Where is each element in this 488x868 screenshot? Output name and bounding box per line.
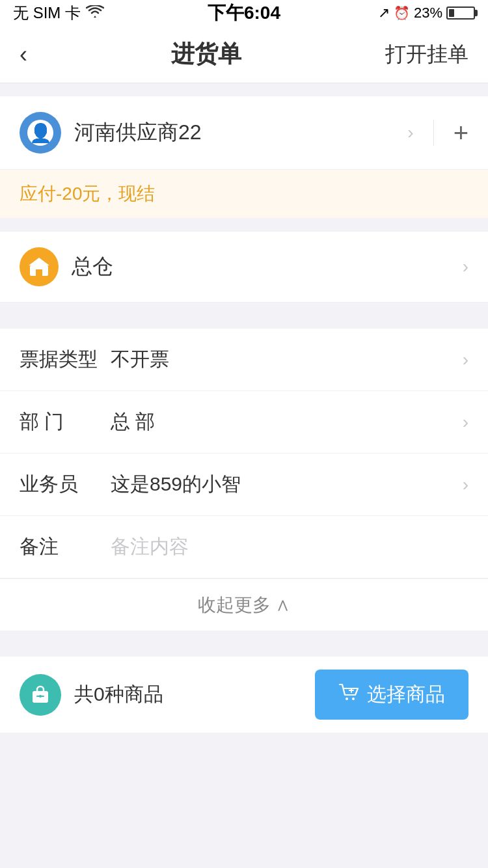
battery-pct: 23% (414, 5, 442, 21)
product-count-text: 共0种商品 (74, 681, 315, 708)
warehouse-icon (20, 247, 59, 286)
salesman-row[interactable]: 业务员 这是859的小智 › (0, 454, 488, 516)
svg-point-6 (352, 698, 355, 700)
status-bar: 无 SIM 卡 下午6:04 ↗ ⏰ 23% (0, 0, 488, 26)
divider-3 (0, 303, 488, 316)
supplier-name: 河南供应商22 (74, 118, 407, 147)
status-time: 下午6:04 (208, 1, 280, 25)
notice-text: 应付-20元，现结 (20, 183, 155, 204)
warehouse-section: 总仓 › (0, 231, 488, 303)
salesman-label: 业务员 (20, 471, 98, 498)
invoice-type-value: 不开票 (98, 346, 463, 373)
status-carrier: 无 SIM 卡 (13, 3, 104, 23)
divider-1 (0, 83, 488, 96)
supplier-chevron-icon[interactable]: › (407, 122, 413, 143)
salesman-value: 这是859的小智 (98, 471, 463, 498)
department-label: 部 门 (20, 409, 98, 435)
divider-2 (0, 218, 488, 231)
invoice-type-chevron-icon[interactable]: › (463, 349, 468, 370)
cart-icon (338, 683, 359, 706)
warehouse-name: 总仓 (72, 252, 463, 281)
remark-placeholder[interactable]: 备注内容 (98, 534, 468, 560)
product-bag-icon (20, 674, 61, 716)
carrier-text: 无 SIM 卡 (13, 3, 81, 23)
page-title: 进货单 (171, 38, 241, 70)
collapse-more-button[interactable]: 收起更多 ∧ (0, 578, 488, 631)
department-chevron-icon[interactable]: › (463, 412, 468, 433)
invoice-type-label: 票据类型 (20, 346, 98, 373)
form-section: 票据类型 不开票 › 部 门 总 部 › 业务员 这是859的小智 › 备注 备… (0, 329, 488, 631)
person-icon: 👤 (29, 122, 52, 144)
salesman-chevron-icon[interactable]: › (463, 474, 468, 495)
warehouse-chevron-icon[interactable]: › (463, 256, 468, 277)
supplier-actions: › + (407, 118, 468, 148)
open-pending-button[interactable]: 打开挂单 (385, 40, 468, 69)
supplier-avatar: 👤 (20, 112, 61, 154)
wifi-icon (86, 4, 104, 22)
nav-bar: ‹ 进货单 打开挂单 (0, 26, 488, 83)
select-product-button[interactable]: 选择商品 (315, 670, 468, 720)
supplier-section: 👤 河南供应商22 › + 应付-20元，现结 (0, 96, 488, 218)
department-value: 总 部 (98, 409, 463, 435)
back-button[interactable]: ‹ (20, 41, 27, 68)
vertical-divider (433, 120, 434, 146)
invoice-type-row[interactable]: 票据类型 不开票 › (0, 329, 488, 391)
department-row[interactable]: 部 门 总 部 › (0, 391, 488, 454)
battery-icon (446, 7, 475, 20)
supplier-row[interactable]: 👤 河南供应商22 › + (0, 96, 488, 170)
warehouse-row[interactable]: 总仓 › (0, 231, 488, 303)
remark-row[interactable]: 备注 备注内容 (0, 516, 488, 578)
location-icon: ↗ (378, 5, 390, 21)
status-right: ↗ ⏰ 23% (378, 5, 475, 21)
svg-rect-2 (36, 269, 42, 276)
add-supplier-button[interactable]: + (454, 118, 468, 148)
svg-point-5 (346, 698, 348, 700)
svg-point-4 (39, 695, 42, 698)
alarm-icon: ⏰ (394, 5, 410, 21)
notice-bar: 应付-20元，现结 (0, 170, 488, 218)
collapse-label: 收起更多 ∧ (198, 593, 291, 617)
remark-label: 备注 (20, 534, 98, 560)
select-product-label: 选择商品 (367, 681, 445, 708)
divider-4 (0, 631, 488, 644)
bottom-bar: 共0种商品 选择商品 (0, 657, 488, 733)
svg-marker-1 (29, 258, 49, 265)
